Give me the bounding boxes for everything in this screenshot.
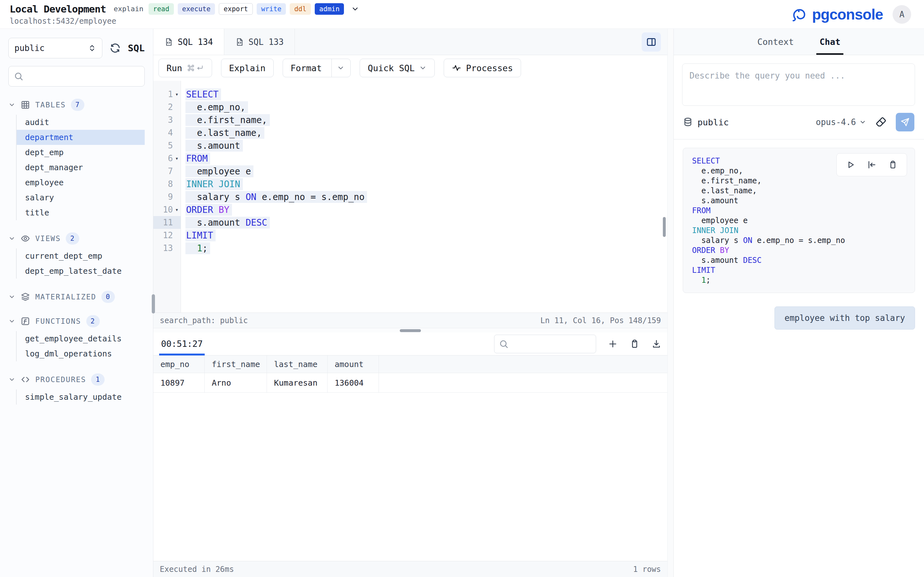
fold-arrow-icon[interactable]: ▾ bbox=[173, 91, 181, 97]
section-count-views: 2 bbox=[66, 232, 79, 245]
sidebar-item-log_dml_operations[interactable]: log_dml_operations bbox=[17, 346, 145, 361]
badge-admin[interactable]: admin bbox=[315, 3, 344, 15]
schema-select-value: public bbox=[15, 43, 45, 53]
quick-sql-button[interactable]: Quick SQL bbox=[360, 59, 435, 77]
tab-chat[interactable]: Chat bbox=[816, 29, 843, 55]
sidebar-item-department[interactable]: department bbox=[17, 130, 145, 145]
sidebar-item-simple_salary_update[interactable]: simple_salary_update bbox=[17, 390, 145, 405]
badge-write[interactable]: write bbox=[257, 3, 286, 15]
explain-button[interactable]: Explain bbox=[221, 59, 274, 77]
line-number: 4 bbox=[168, 128, 173, 137]
gutter-line-9: 9 bbox=[153, 190, 181, 203]
column-header-amount[interactable]: amount bbox=[328, 356, 379, 373]
section-count-procedures: 1 bbox=[91, 374, 105, 386]
copy-results-icon[interactable] bbox=[630, 339, 640, 349]
results-search-input[interactable] bbox=[512, 339, 611, 349]
sql-message-toolbar bbox=[837, 153, 907, 176]
tab-sql-134[interactable]: SQL 134 bbox=[153, 29, 224, 55]
processes-button[interactable]: Processes bbox=[444, 59, 521, 77]
sidebar-item-dept_emp[interactable]: dept_emp bbox=[17, 145, 145, 160]
format-button[interactable]: Format bbox=[283, 59, 351, 77]
sql-editor[interactable]: 1▾23456▾78910▾111213 SELECT e.emp_no, e.… bbox=[153, 81, 667, 313]
section-items-functions: get_employee_detailslog_dml_operations bbox=[16, 331, 145, 361]
results-resize-handle[interactable] bbox=[400, 329, 421, 332]
format-dropdown[interactable] bbox=[331, 59, 344, 77]
insert-sql-icon[interactable] bbox=[867, 160, 877, 169]
section-label-materialized: MATERIALIZED bbox=[35, 293, 96, 301]
section-header-views[interactable]: VIEWS2 bbox=[8, 232, 145, 245]
code-line-7: employee e bbox=[186, 165, 667, 177]
refresh-icon[interactable] bbox=[110, 42, 121, 54]
run-button[interactable]: Run bbox=[158, 59, 212, 77]
editor-scrollbar[interactable] bbox=[663, 217, 666, 237]
right-panel-divider[interactable] bbox=[667, 29, 674, 577]
gutter-line-2: 2 bbox=[153, 101, 181, 113]
code-line-3: e.first_name, bbox=[186, 113, 667, 126]
chevron-down-icon bbox=[8, 293, 15, 300]
schema-select[interactable]: public bbox=[8, 38, 102, 58]
sql-mode-label[interactable]: SQL bbox=[128, 43, 145, 53]
run-sql-icon[interactable] bbox=[846, 160, 855, 169]
code-line-text: salary s ON e.emp_no = s.emp_no bbox=[186, 191, 367, 203]
sidebar-item-dept_emp_latest_date[interactable]: dept_emp_latest_date bbox=[17, 263, 145, 279]
tab-label: SQL 133 bbox=[249, 37, 284, 47]
assistant-sql-message: SELECT e.emp_no, e.first_name, e.last_na… bbox=[683, 148, 915, 293]
sidebar-resize-handle[interactable] bbox=[152, 294, 155, 314]
panel-toggle-button[interactable] bbox=[642, 32, 661, 52]
context-schema-chip[interactable]: public bbox=[683, 117, 729, 127]
download-results-icon[interactable] bbox=[651, 339, 662, 349]
clear-chat-icon[interactable] bbox=[875, 116, 887, 128]
fold-arrow-icon[interactable]: ▾ bbox=[173, 206, 181, 213]
sidebar-item-current_dept_emp[interactable]: current_dept_emp bbox=[17, 248, 145, 263]
sidebar-item-dept_manager[interactable]: dept_manager bbox=[17, 160, 145, 175]
tab-sql-133[interactable]: SQL 133 bbox=[224, 29, 295, 55]
badge-read[interactable]: read bbox=[149, 3, 174, 15]
section-items-tables: auditdepartmentdept_empdept_manageremplo… bbox=[16, 115, 145, 220]
section-header-procedures[interactable]: PROCEDURES1 bbox=[8, 374, 145, 386]
sidebar-item-salary[interactable]: salary bbox=[17, 190, 145, 205]
cell-amount: 136004 bbox=[328, 373, 379, 392]
column-header-last_name[interactable]: last_name bbox=[267, 356, 328, 373]
code-line-4: e.last_name, bbox=[186, 126, 667, 139]
chevron-down-icon[interactable] bbox=[351, 5, 359, 13]
top-bar: Local Development explain readexecuteexp… bbox=[0, 0, 924, 29]
badge-execute[interactable]: execute bbox=[178, 3, 215, 15]
column-header-emp_no[interactable]: emp_no bbox=[153, 356, 205, 373]
sidebar-item-audit[interactable]: audit bbox=[17, 115, 145, 130]
badge-export[interactable]: export bbox=[219, 3, 253, 15]
results-search[interactable] bbox=[494, 335, 596, 353]
sidebar-search-input[interactable] bbox=[27, 71, 139, 81]
copy-sql-icon[interactable] bbox=[888, 160, 898, 169]
cell-emp_no: 10897 bbox=[153, 373, 205, 392]
assistant-tab-bar: ContextChat bbox=[674, 29, 924, 55]
avatar[interactable]: A bbox=[893, 5, 911, 24]
sidebar-item-title[interactable]: title bbox=[17, 205, 145, 220]
fold-arrow-icon[interactable]: ▾ bbox=[173, 155, 181, 161]
column-header-first_name[interactable]: first_name bbox=[205, 356, 267, 373]
tab-context[interactable]: Context bbox=[754, 29, 797, 55]
editor-code[interactable]: SELECT e.emp_no, e.first_name, e.last_na… bbox=[181, 81, 667, 313]
send-button[interactable] bbox=[896, 113, 914, 131]
table-row[interactable]: 10897ArnoKumaresan136004 bbox=[153, 373, 667, 393]
code-line-text: FROM bbox=[186, 153, 210, 164]
model-select[interactable]: opus-4.6 bbox=[816, 117, 866, 127]
add-result-tab-icon[interactable] bbox=[607, 339, 618, 349]
section-header-materialized[interactable]: MATERIALIZED0 bbox=[8, 291, 145, 303]
cell-first_name: Arno bbox=[205, 373, 267, 392]
sidebar-search[interactable] bbox=[8, 66, 145, 87]
badge-ddl[interactable]: ddl bbox=[290, 3, 311, 15]
result-timer-tab[interactable]: 00:51:27 bbox=[159, 332, 205, 356]
gutter-line-10: 10▾ bbox=[153, 203, 181, 216]
chat-input[interactable] bbox=[682, 63, 915, 106]
section-header-tables[interactable]: TABLES7 bbox=[8, 99, 145, 111]
sidebar-item-employee[interactable]: employee bbox=[17, 175, 145, 190]
database-icon bbox=[683, 117, 693, 127]
results-table-header: emp_nofirst_namelast_nameamount bbox=[153, 356, 667, 373]
connection-title: Local Development bbox=[10, 3, 106, 15]
sidebar-item-get_employee_details[interactable]: get_employee_details bbox=[17, 331, 145, 346]
section-header-functions[interactable]: FUNCTIONS2 bbox=[8, 315, 145, 327]
select-updown-icon bbox=[88, 44, 96, 52]
chat-code-line-10: ORDER BY bbox=[692, 245, 906, 255]
editor-tab-bar: SQL 134SQL 133 bbox=[153, 29, 667, 55]
code-line-text: employee e bbox=[186, 165, 254, 177]
